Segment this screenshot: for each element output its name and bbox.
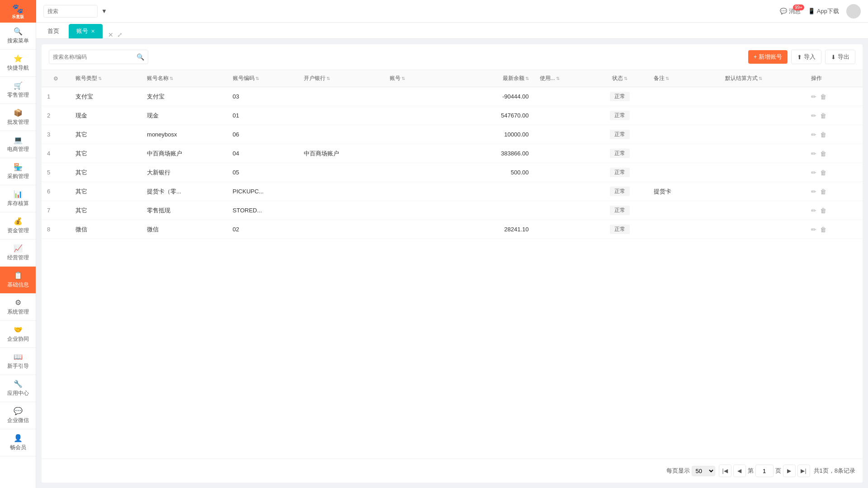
search-input[interactable] — [53, 54, 137, 60]
col-remark[interactable]: 备注⇅ — [648, 70, 720, 87]
maximize-window-icon[interactable]: ⤢ — [117, 31, 123, 38]
import-button[interactable]: ⬆ 导入 — [791, 50, 821, 64]
col-account[interactable]: 账号⇅ — [384, 70, 456, 87]
col-balance[interactable]: 最新余额⇅ — [456, 70, 534, 87]
tab-account[interactable]: 账号 ✕ — [69, 24, 103, 38]
tab-home[interactable]: 首页 — [40, 24, 67, 38]
first-page-button[interactable]: |◀ — [719, 465, 731, 477]
add-account-button[interactable]: + 新增账号 — [748, 50, 788, 64]
sidebar-item-purchase[interactable]: 🏪 采购管理 — [0, 158, 36, 185]
row-account — [384, 201, 456, 220]
edit-button[interactable]: ✏ — [811, 188, 816, 195]
sort-icon: ⇅ — [665, 76, 669, 81]
edit-button[interactable]: ✏ — [811, 226, 816, 233]
status-badge: 正常 — [610, 130, 630, 139]
edit-button[interactable]: ✏ — [811, 150, 816, 157]
sidebar-item-system[interactable]: ⚙ 系统管理 — [0, 294, 36, 321]
col-status[interactable]: 状态⇅ — [591, 70, 648, 87]
col-default[interactable]: 默认结算方式⇅ — [720, 70, 805, 87]
edit-button[interactable]: ✏ — [811, 131, 816, 138]
close-window-icon[interactable]: ✕ — [108, 31, 113, 38]
page-number-input[interactable] — [755, 465, 774, 477]
sort-icon: ⇅ — [326, 76, 330, 81]
sidebar-item-app-center[interactable]: 🔧 应用中心 — [0, 375, 36, 402]
sidebar-item-retail[interactable]: 🛒 零售管理 — [0, 77, 36, 104]
row-balance — [456, 182, 534, 201]
sort-icon: ⇅ — [556, 76, 560, 81]
col-use[interactable]: 使用...⇅ — [534, 70, 591, 87]
col-bank[interactable]: 开户银行⇅ — [298, 70, 384, 87]
row-name: 中百商场账户 — [142, 144, 227, 163]
sidebar-item-enterprise-wechat[interactable]: 💬 企业微信 — [0, 402, 36, 429]
avatar[interactable] — [846, 4, 861, 19]
app-download-icon: 📱 — [808, 8, 815, 14]
row-balance: 383866.00 — [456, 144, 534, 163]
sidebar-item-label: 采购管理 — [7, 173, 29, 180]
guide-icon: 📖 — [14, 352, 23, 361]
col-name[interactable]: 账号名称⇅ — [142, 70, 227, 87]
sort-icon: ⇅ — [98, 76, 102, 81]
row-account — [384, 182, 456, 201]
edit-button[interactable]: ✏ — [811, 207, 816, 214]
delete-button[interactable]: 🗑 — [820, 226, 826, 233]
sidebar-item-cooperation[interactable]: 🤝 企业协同 — [0, 321, 36, 348]
sidebar-item-wholesale[interactable]: 📦 批发管理 — [0, 104, 36, 131]
sidebar-item-inventory[interactable]: 📊 库存核算 — [0, 185, 36, 212]
sidebar-item-label: 畅会员 — [10, 444, 26, 451]
sidebar-item-quick-nav[interactable]: ⭐ 快捷导航 — [0, 50, 36, 77]
row-status: 正常 — [591, 163, 648, 182]
topbar-dropdown[interactable]: ▼ — [101, 8, 107, 14]
sidebar-item-operation[interactable]: 📈 经营管理 — [0, 239, 36, 267]
last-page-button[interactable]: ▶| — [797, 465, 810, 477]
delete-button[interactable]: 🗑 — [820, 169, 826, 176]
topbar-search-input[interactable] — [43, 5, 98, 18]
sidebar-item-finance[interactable]: 💰 资金管理 — [0, 212, 36, 239]
edit-button[interactable]: ✏ — [811, 93, 816, 100]
tab-close-icon[interactable]: ✕ — [91, 28, 95, 34]
prev-page-button[interactable]: ◀ — [733, 465, 746, 477]
row-action: ✏ 🗑 — [806, 144, 863, 163]
message-button[interactable]: 💬 消息 99+ — [780, 7, 801, 15]
main-area: ▼ 💬 消息 99+ 📱 App下载 首页 账号 ✕ ✕ ⤢ — [36, 0, 868, 488]
sort-icon: ⇅ — [401, 76, 405, 81]
row-remark — [648, 163, 720, 182]
status-badge: 正常 — [610, 168, 630, 177]
delete-button[interactable]: 🗑 — [820, 112, 826, 119]
col-type[interactable]: 账号类型⇅ — [70, 70, 142, 87]
row-remark — [648, 125, 720, 144]
system-icon: ⚙ — [15, 298, 21, 307]
edit-button[interactable]: ✏ — [811, 169, 816, 176]
delete-button[interactable]: 🗑 — [820, 188, 826, 195]
edit-button[interactable]: ✏ — [811, 112, 816, 119]
delete-button[interactable]: 🗑 — [820, 93, 826, 100]
sidebar-item-guide[interactable]: 📖 新手引导 — [0, 348, 36, 375]
col-action: 操作 — [806, 70, 863, 87]
next-page-button[interactable]: ▶ — [783, 465, 796, 477]
status-badge: 正常 — [610, 149, 630, 158]
row-name: moneybosx — [142, 125, 227, 144]
sidebar-item-label: 快捷导航 — [7, 64, 29, 72]
sidebar-item-label: 企业微信 — [7, 417, 29, 424]
delete-button[interactable]: 🗑 — [820, 150, 826, 157]
row-type: 其它 — [70, 182, 142, 201]
col-code[interactable]: 账号编码⇅ — [227, 70, 299, 87]
row-bank — [298, 106, 384, 125]
row-type: 支付宝 — [70, 87, 142, 106]
sidebar-item-member[interactable]: 👤 畅会员 — [0, 429, 36, 456]
sidebar-item-basic[interactable]: 📋 基础信息 — [0, 267, 36, 294]
export-button[interactable]: ⬇ 导出 — [825, 50, 855, 64]
delete-button[interactable]: 🗑 — [820, 131, 826, 138]
app-download-button[interactable]: 📱 App下载 — [808, 7, 839, 15]
sidebar-item-ecommerce[interactable]: 💻 电商管理 — [0, 131, 36, 158]
row-status: 正常 — [591, 220, 648, 239]
table-wrap: ⚙ 账号类型⇅ 账号名称⇅ 账号编码⇅ 开户银行⇅ 账号⇅ 最新余额⇅ 使用..… — [42, 70, 863, 459]
delete-button[interactable]: 🗑 — [820, 207, 826, 214]
row-account — [384, 106, 456, 125]
row-default — [720, 201, 805, 220]
row-account — [384, 220, 456, 239]
sidebar-item-search-menu[interactable]: 🔍 搜索菜单 — [0, 23, 36, 50]
page-size-select[interactable]: 50 100 200 — [692, 466, 715, 476]
accounts-table: ⚙ 账号类型⇅ 账号名称⇅ 账号编码⇅ 开户银行⇅ 账号⇅ 最新余额⇅ 使用..… — [42, 70, 863, 239]
enterprise-wechat-icon: 💬 — [14, 407, 23, 415]
col-settings[interactable]: ⚙ — [42, 70, 70, 87]
